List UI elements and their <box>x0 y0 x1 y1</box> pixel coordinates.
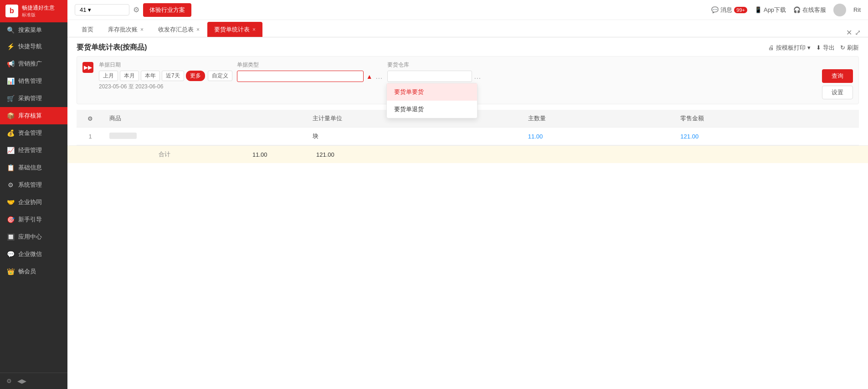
tabs-right: ✕ ⤢ <box>846 28 861 37</box>
expand-tab-icon[interactable]: ⤢ <box>855 28 861 37</box>
sidebar-item-quick-nav[interactable]: ⚡ 快捷导航 <box>0 38 67 55</box>
type-more-icon[interactable]: … <box>375 72 383 81</box>
collapse-icon[interactable]: ◀▶ <box>17 378 26 384</box>
sidebar-header: b 畅捷通好生意 标准版 <box>0 0 67 22</box>
sidebar-item-apps[interactable]: 🔲 应用中心 <box>0 228 67 246</box>
notification-btn[interactable]: 💬 消息 99+ <box>711 6 747 14</box>
th-settings[interactable]: ⚙ <box>77 110 104 128</box>
service-icon: 🎧 <box>793 6 801 13</box>
sidebar-item-finance[interactable]: 💰 资金管理 <box>0 124 67 142</box>
topbar: 41 ▾ ⚙ 体验行业方案 💬 消息 99+ 📱 App下载 🎧 在线客服 Ri… <box>67 0 868 20</box>
sidebar-item-marketing[interactable]: 📢 营销推广 <box>0 55 67 72</box>
date-btn-this-month[interactable]: 本月 <box>120 71 139 81</box>
sidebar-item-operation[interactable]: 📈 经营管理 <box>0 142 67 159</box>
trial-btn[interactable]: 体验行业方案 <box>143 3 191 17</box>
notification-badge: 99+ <box>734 7 747 13</box>
dropdown-item-return[interactable]: 要货单退货 <box>387 101 477 118</box>
export-btn[interactable]: ⬇ 导出 <box>816 44 835 52</box>
sidebar-item-system[interactable]: ⚙ 系统管理 <box>0 176 67 194</box>
date-btn-more[interactable]: 更多 <box>186 71 205 81</box>
app-download-btn[interactable]: 📱 App下载 <box>755 6 786 14</box>
date-quick-btns: 上月 本月 本年 近7天 更多 <box>99 71 205 81</box>
amount-link[interactable]: 121.00 <box>680 133 699 140</box>
type-dropdown-arrow[interactable]: ▲ <box>366 73 373 80</box>
th-amount: 零售金额 <box>675 110 859 128</box>
marketing-icon: 📢 <box>6 60 15 68</box>
app-logo: b <box>5 5 18 17</box>
operation-icon: 📈 <box>6 146 15 154</box>
tab-close-batch-account[interactable]: × <box>140 26 144 33</box>
sidebar-item-wechat[interactable]: 💬 企业微信 <box>0 246 67 263</box>
dropdown-item-delivery[interactable]: 要货单要货 <box>387 83 477 101</box>
quantity-link[interactable]: 11.00 <box>528 133 543 140</box>
settings-footer-icon[interactable]: ⚙ <box>6 378 12 384</box>
company-selector[interactable]: 41 ▾ <box>75 4 129 15</box>
page-header: 要货单统计表(按商品) 🖨 按模板打印 ▾ ⬇ 导出 ↻ 刷新 <box>67 37 868 56</box>
filter-type-group: 单据类型 ▲ … <box>237 61 383 82</box>
member-icon: 👑 <box>6 267 15 276</box>
sidebar-search[interactable]: 🔍 搜索菜单 <box>0 22 67 38</box>
tab-close-dispatch-summary[interactable]: × <box>196 26 200 33</box>
sidebar-scroll: ⚡ 快捷导航 📢 营销推广 📊 销售管理 🛒 采购管理 📦 库存核算 💰 资金管… <box>0 38 67 373</box>
footer-total-label: 合计 <box>159 150 170 159</box>
tab-dispatch-summary[interactable]: 收发存汇总表 × <box>151 22 206 37</box>
tab-order-stats[interactable]: 要货单统计表 × <box>207 22 262 37</box>
print-template-btn[interactable]: 🖨 按模板打印 ▾ <box>768 44 811 52</box>
topbar-left: 41 ▾ ⚙ 体验行业方案 <box>75 3 706 17</box>
sales-icon: 📊 <box>6 77 15 85</box>
close-tab-icon[interactable]: ✕ <box>846 28 852 37</box>
tab-batch-account[interactable]: 库存批次账 × <box>101 22 150 37</box>
bell-icon: 💬 <box>711 6 719 13</box>
cell-amount: 121.00 <box>675 128 859 145</box>
date-btn-last-7days[interactable]: 近7天 <box>162 71 184 81</box>
sidebar-footer: ⚙ ◀▶ <box>0 373 67 389</box>
sidebar-item-guide[interactable]: 🎯 新手引导 <box>0 211 67 228</box>
th-quantity: 主数量 <box>523 110 675 128</box>
sidebar-item-sales[interactable]: 📊 销售管理 <box>0 72 67 90</box>
filter-warehouse-row: … <box>387 71 481 82</box>
refresh-btn[interactable]: ↻ 刷新 <box>840 44 859 52</box>
tab-close-order-stats[interactable]: × <box>252 26 256 33</box>
finance-icon: 💰 <box>6 129 15 137</box>
warehouse-label: 要货仓库 <box>387 61 481 69</box>
basic-icon: 📋 <box>6 164 15 172</box>
date-custom-btn[interactable]: 自定义 <box>208 71 232 81</box>
topbar-gear-icon[interactable]: ⚙ <box>133 5 139 14</box>
filter-toggle-btn[interactable]: ▶▶ <box>82 62 93 73</box>
table-footer: 合计 11.00 121.00 <box>67 145 868 163</box>
inventory-icon: 📦 <box>6 112 15 120</box>
print-icon: 🖨 <box>768 44 774 51</box>
product-placeholder <box>109 133 137 139</box>
quick-nav-icon: ⚡ <box>6 42 15 51</box>
system-icon: ⚙ <box>6 181 15 189</box>
date-btn-this-year[interactable]: 本年 <box>141 71 160 81</box>
cell-quantity: 11.00 <box>523 128 675 145</box>
type-input[interactable] <box>237 71 364 82</box>
type-dropdown: 要货单要货 要货单退货 <box>386 83 478 118</box>
guide-icon: 🎯 <box>6 215 15 224</box>
wechat-icon: 💬 <box>6 250 15 258</box>
sidebar-item-member[interactable]: 👑 畅会员 <box>0 263 67 280</box>
online-service-btn[interactable]: 🎧 在线客服 <box>793 6 826 14</box>
search-icon: 🔍 <box>6 26 15 34</box>
date-label: 单据日期 <box>99 61 232 69</box>
tab-home[interactable]: 首页 <box>75 22 100 37</box>
filter-date-row: 上月 本月 本年 近7天 更多 自定义 <box>99 71 232 81</box>
query-btn[interactable]: 查询 <box>822 69 853 83</box>
warehouse-input[interactable] <box>387 71 472 82</box>
apps-icon: 🔲 <box>6 233 15 241</box>
user-name: Rit <box>853 6 861 13</box>
warehouse-more-icon[interactable]: … <box>474 72 481 81</box>
user-avatar[interactable] <box>833 4 846 16</box>
refresh-icon: ↻ <box>840 44 845 51</box>
sidebar-item-purchase[interactable]: 🛒 采购管理 <box>0 90 67 107</box>
sidebar-item-basic[interactable]: 📋 基础信息 <box>0 159 67 176</box>
filter-date-group: 单据日期 上月 本月 本年 近7天 更多 自定义 2023-05-06 至 20… <box>99 61 232 91</box>
sidebar-item-enterprise[interactable]: 🤝 企业协同 <box>0 194 67 211</box>
sidebar-item-inventory[interactable]: 📦 库存核算 <box>0 107 67 124</box>
date-btn-last-month[interactable]: 上月 <box>99 71 118 81</box>
filter-actions: 查询 设置 <box>822 61 853 99</box>
footer-amount: 121.00 <box>316 151 353 158</box>
filter-settings-btn[interactable]: 设置 <box>822 86 853 99</box>
cell-unit: 块 <box>307 128 523 145</box>
